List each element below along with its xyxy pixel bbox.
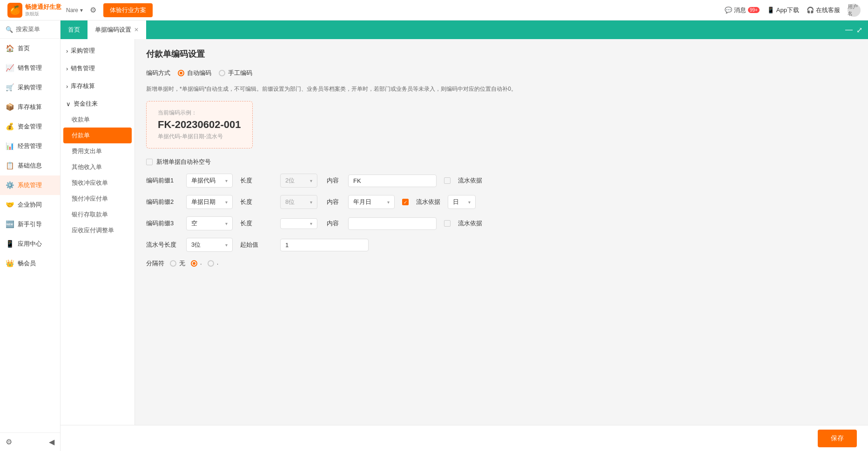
sidebar-item-inventory[interactable]: 📦 库存核算: [0, 97, 60, 117]
length2-label: 长度: [240, 198, 273, 206]
sub-group-capital: ∨ 资金往来 收款单 付款单 费用支出单 其他收入单 预收冲应收单 预付冲应付单…: [61, 96, 135, 238]
brand: 🍊 畅捷通好生意 旗舰版: [7, 3, 61, 18]
search-menu[interactable]: 🔍 搜索菜单: [0, 20, 60, 39]
sidebar-item-system[interactable]: ⚙️ 系统管理: [0, 175, 60, 195]
prefix1-select[interactable]: 单据代码 ▾: [186, 174, 233, 188]
start-value-label: 起始值: [240, 241, 273, 249]
top-bar-left: 🍊 畅捷通好生意 旗舰版 Nare ▾ ⚙ 体验行业方案: [7, 3, 153, 18]
sidebar-item-finance[interactable]: 💰 资金管理: [0, 117, 60, 136]
length3-select[interactable]: ▾: [280, 218, 317, 229]
sub-item-payment[interactable]: 付款单: [63, 128, 132, 143]
serial1-label: 流水依据: [458, 176, 482, 185]
home-icon: 🏠: [6, 44, 14, 53]
collapse-icon[interactable]: ◀: [49, 438, 54, 446]
tab-maximize-icon[interactable]: ⤢: [856, 26, 862, 34]
serial-length-arrow: ▾: [225, 242, 228, 248]
prefix3-arrow: ▾: [225, 221, 228, 226]
content2-arrow: ▾: [387, 200, 390, 205]
sidebar-item-home[interactable]: 🏠 首页: [0, 39, 60, 58]
radio-auto-encode[interactable]: 自动编码: [178, 69, 211, 77]
guide-icon: 🆕: [6, 220, 14, 229]
operations-icon: 📊: [6, 142, 14, 150]
sidebar: 🔍 搜索菜单 🏠 首页 📈 销售管理 🛒 采购管理 📦 库存核算 💰: [0, 20, 61, 451]
content1-input[interactable]: [348, 175, 437, 187]
app-download-button[interactable]: 📱 App下载: [767, 6, 799, 14]
prefix2-select[interactable]: 单据日期 ▾: [186, 195, 233, 209]
serial2-checkbox[interactable]: ✓: [402, 199, 409, 205]
sidebar-item-operations[interactable]: 📊 经营管理: [0, 136, 60, 156]
finance-icon: 💰: [6, 122, 14, 131]
cooperation-icon: 🤝: [6, 201, 14, 209]
prefix1-label: 编码前缀1: [146, 176, 179, 185]
search-icon: 🔍: [6, 26, 13, 33]
sep-dash-radio[interactable]: ·: [191, 260, 202, 267]
sidebar-item-sales[interactable]: 📈 销售管理: [0, 58, 60, 78]
sub-group-capital-title[interactable]: ∨ 资金往来: [61, 96, 135, 112]
serial2-unit-arrow: ▾: [468, 200, 471, 205]
chevron-right-icon: ›: [66, 47, 68, 54]
tab-bar: 首页 单据编码设置 ✕ — ⤢: [61, 20, 868, 39]
sub-item-bank[interactable]: 银行存取款单: [61, 207, 135, 222]
serial-length-select[interactable]: 3位 ▾: [186, 238, 233, 252]
nav-dropdown[interactable]: Nare ▾: [66, 7, 83, 13]
sub-item-adjustment[interactable]: 应收应付调整单: [61, 222, 135, 238]
sidebar-item-basic-info[interactable]: 📋 基础信息: [0, 156, 60, 175]
basic-info-icon: 📋: [6, 162, 14, 170]
length1-select[interactable]: 2位 ▾: [280, 174, 317, 188]
sub-group-purchase-title[interactable]: › 采购管理: [61, 43, 135, 59]
user-avatar[interactable]: 用户名: [848, 4, 861, 17]
tab-home[interactable]: 首页: [61, 20, 87, 39]
start-value-input[interactable]: [280, 239, 369, 251]
prefix1-arrow: ▾: [225, 178, 228, 183]
sub-group-purchase: › 采购管理: [61, 43, 135, 59]
sidebar-item-guide[interactable]: 🆕 新手引导: [0, 215, 60, 234]
sep-none-radio[interactable]: 无: [170, 259, 185, 268]
sub-item-expense[interactable]: 费用支出单: [61, 143, 135, 159]
save-button[interactable]: 保存: [818, 430, 857, 447]
encode-row-1: 编码前缀1 单据代码 ▾ 长度 2位 ▾ 内容 流水依据: [146, 174, 857, 188]
bottom-bar: 保存: [61, 425, 868, 451]
settings-icon[interactable]: ⚙: [87, 4, 100, 17]
system-icon: ⚙️: [6, 181, 14, 189]
preview-box: 当前编码示例： FK-20230602-001 单据代码-单据日期-流水号: [146, 101, 253, 148]
tab-encode-settings[interactable]: 单据编码设置 ✕: [87, 20, 146, 39]
trial-button[interactable]: 体验行业方案: [103, 3, 153, 17]
sub-group-inventory-title[interactable]: › 库存核算: [61, 78, 135, 94]
message-badge: 99+: [748, 7, 760, 13]
sidebar-item-cooperation[interactable]: 🤝 企业协同: [0, 195, 60, 215]
prefix3-select[interactable]: 空 ▾: [186, 216, 233, 230]
sub-group-sales-title[interactable]: › 销售管理: [61, 61, 135, 76]
serial-length-label: 流水号长度: [146, 241, 179, 249]
tab-close-icon[interactable]: ✕: [134, 27, 139, 33]
serial2-label: 流水依据: [416, 198, 440, 206]
content2-select[interactable]: 年月日 ▾: [348, 195, 395, 209]
chevron-right-icon2: ›: [66, 65, 68, 72]
sidebar-item-app-center[interactable]: 📱 应用中心: [0, 234, 60, 254]
sidebar-item-member[interactable]: 👑 畅会员: [0, 254, 60, 273]
auto-fill-checkbox[interactable]: [146, 159, 153, 165]
encoding-type-row: 编码方式 自动编码 手工编码: [146, 69, 857, 77]
serial3-checkbox[interactable]: [444, 220, 451, 227]
encode-row-3: 编码前缀3 空 ▾ 长度 ▾ 内容 流水依据: [146, 216, 857, 230]
sidebar-item-purchase[interactable]: 🛒 采购管理: [0, 78, 60, 97]
sub-item-receipt[interactable]: 收款单: [61, 112, 135, 128]
serial2-unit-select[interactable]: 日 ▾: [448, 195, 476, 209]
sep-dot-radio[interactable]: ·: [208, 260, 219, 267]
online-service-button[interactable]: 🎧 在线客服: [807, 6, 840, 14]
sep-dot-icon: [208, 260, 214, 267]
content3-input[interactable]: [348, 217, 437, 230]
sub-item-pre-receipt[interactable]: 预收冲应收单: [61, 175, 135, 191]
preview-label: 当前编码示例：: [158, 109, 241, 117]
message-button[interactable]: 💬 消息 99+: [725, 6, 760, 14]
radio-manual-icon: [219, 70, 225, 76]
tab-minimize-icon[interactable]: —: [845, 26, 853, 34]
length1-arrow: ▾: [310, 178, 312, 183]
length2-select[interactable]: 8位 ▾: [280, 195, 317, 209]
serial1-checkbox[interactable]: [444, 177, 451, 184]
content2-label: 内容: [327, 198, 339, 206]
sub-item-other-income[interactable]: 其他收入单: [61, 159, 135, 175]
encode-row-2: 编码前缀2 单据日期 ▾ 长度 8位 ▾ 内容 年月日 ▾ ✓: [146, 195, 857, 209]
radio-manual-encode[interactable]: 手工编码: [219, 69, 252, 77]
settings-bottom-icon[interactable]: ⚙: [6, 438, 12, 446]
sub-item-pre-payment[interactable]: 预付冲应付单: [61, 191, 135, 207]
